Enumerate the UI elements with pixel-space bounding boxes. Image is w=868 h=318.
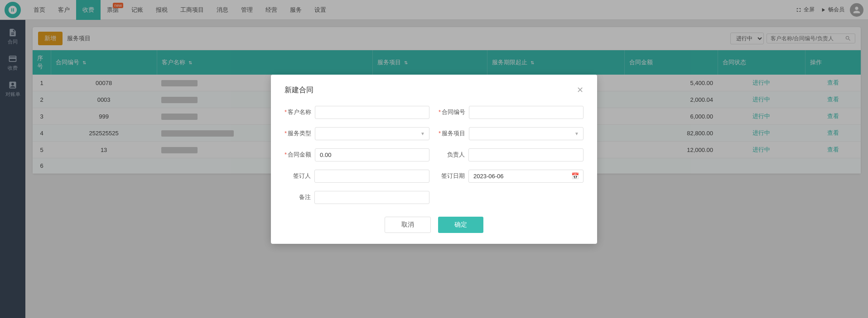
modal-overlay: 新建合同 ✕ 客户名称 合同编号 服务类型 [0,0,868,318]
service-item-label: 服务项目 [439,129,465,138]
form-row-2: 服务类型 ▼ 服务项目 ▼ [285,127,583,140]
service-type-select-wrap: ▼ [315,127,429,140]
form-group-service-item: 服务项目 ▼ [439,127,583,140]
owner-label: 负责人 [439,151,465,159]
form-group-sign-date: 签订日期 📅 [439,170,583,183]
form-group-amount: 合同金额 [285,148,429,161]
modal-footer: 取消 确定 [285,217,583,233]
service-type-label: 服务类型 [285,129,311,138]
contract-no-label: 合同编号 [439,108,465,116]
owner-input[interactable] [468,148,583,161]
form-group-service-type: 服务类型 ▼ [285,127,429,140]
service-item-select[interactable] [469,127,583,140]
confirm-button[interactable]: 确定 [438,217,483,233]
signer-label: 签订人 [285,172,311,180]
form-group-note: 备注 [285,191,429,204]
customer-input[interactable] [315,106,429,119]
form-row-1: 客户名称 合同编号 [285,106,583,119]
contract-no-input[interactable] [469,106,583,119]
form-group-contract-no: 合同编号 [439,106,583,119]
modal-body: 客户名称 合同编号 服务类型 ▼ [285,106,583,204]
sign-date-input[interactable] [468,170,583,183]
cancel-button[interactable]: 取消 [385,217,431,233]
signer-input[interactable] [314,170,429,183]
note-input[interactable] [314,191,429,204]
sign-date-label: 签订日期 [439,172,465,180]
new-contract-modal: 新建合同 ✕ 客户名称 合同编号 服务类型 [271,75,597,244]
date-input-wrap: 📅 [468,170,583,183]
form-row-3: 合同金额 负责人 [285,148,583,161]
service-type-select[interactable] [315,127,429,140]
customer-label: 客户名称 [285,108,311,116]
note-label: 备注 [285,193,311,201]
form-row-4: 签订人 签订日期 📅 [285,170,583,183]
form-group-signer: 签订人 [285,170,429,183]
modal-title: 新建合同 [285,85,313,95]
form-group-owner: 负责人 [439,148,583,161]
modal-close-button[interactable]: ✕ [577,86,583,94]
modal-header: 新建合同 ✕ [285,85,583,95]
amount-label: 合同金额 [285,151,311,159]
form-group-customer: 客户名称 [285,106,429,119]
amount-input[interactable] [315,148,429,161]
service-item-select-wrap: ▼ [469,127,583,140]
form-row-5: 备注 [285,191,583,204]
